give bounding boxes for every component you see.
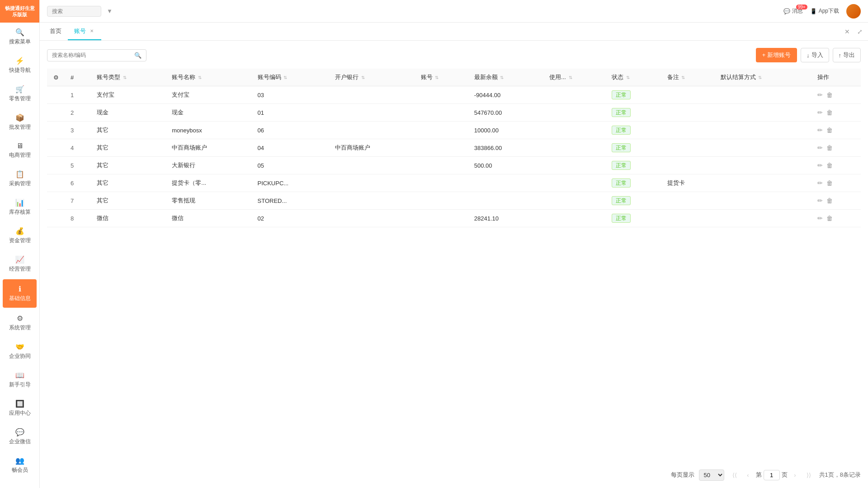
td-bank-0 [330, 86, 415, 104]
sidebar-item-system-mgmt[interactable]: ⚙系统管理 [0, 309, 39, 337]
td-action-0: ✏ 🗑 [812, 86, 861, 104]
delete-btn-7[interactable]: 🗑 [826, 215, 833, 222]
sidebar-label-app-center: 应用中心 [4, 409, 36, 417]
td-action-6: ✏ 🗑 [812, 192, 861, 210]
next-page-btn[interactable]: › [789, 469, 801, 481]
edit-btn-1[interactable]: ✏ [817, 109, 823, 116]
edit-btn-2[interactable]: ✏ [817, 127, 823, 134]
sidebar-label-wholesale-mgmt: 批发管理 [4, 123, 36, 131]
edit-btn-0[interactable]: ✏ [817, 91, 823, 99]
edit-btn-5[interactable]: ✏ [817, 179, 823, 187]
th-remark[interactable]: 备注 ⇅ [662, 69, 715, 86]
app-download-button[interactable]: 📱 App下载 [810, 7, 839, 15]
sidebar-item-search-menu[interactable]: 🔍搜索菜单 [0, 23, 39, 51]
td-name-6: 零售抵现 [166, 192, 252, 210]
per-page-select[interactable]: 50 20 100 [699, 469, 724, 481]
sidebar-item-retail-mgmt[interactable]: 🛒零售管理 [0, 80, 39, 108]
edit-btn-3[interactable]: ✏ [817, 144, 823, 151]
edit-btn-4[interactable]: ✏ [817, 162, 823, 169]
sidebar-item-enterprise-wechat[interactable]: 💬企业微信 [0, 422, 39, 451]
td-acctno-5 [415, 174, 469, 192]
delete-btn-4[interactable]: 🗑 [826, 162, 833, 169]
td-usage-1 [544, 104, 606, 122]
td-action-2: ✏ 🗑 [812, 122, 861, 139]
th-usage[interactable]: 使用... ⇅ [544, 69, 606, 86]
th-status[interactable]: 状态 ⇅ [606, 69, 661, 86]
search-icon[interactable]: 🔍 [134, 52, 142, 59]
sidebar-item-member[interactable]: 👥畅会员 [0, 451, 39, 479]
sidebar-item-inventory-calc[interactable]: 📊库存核算 [0, 193, 39, 221]
td-balance-0: -90444.00 [469, 86, 544, 104]
th-bank[interactable]: 开户银行 ⇅ [330, 69, 415, 86]
td-type-3: 其它 [91, 139, 166, 157]
sidebar-label-system-mgmt: 系统管理 [4, 324, 36, 332]
th-account-name[interactable]: 账号名称 ⇅ [166, 69, 252, 86]
delete-btn-5[interactable]: 🗑 [826, 179, 833, 187]
td-bank-2 [330, 122, 415, 139]
window-controls: ✕ ⤢ [843, 27, 864, 36]
delete-btn-3[interactable]: 🗑 [826, 144, 833, 151]
sidebar-item-new-guide[interactable]: 📖新手引导 [0, 366, 39, 394]
sidebar-icon-purchase-mgmt: 📋 [4, 170, 36, 178]
td-num-0: 1 [65, 86, 91, 104]
delete-btn-6[interactable]: 🗑 [826, 197, 833, 204]
sidebar-item-quick-nav[interactable]: ⚡快捷导航 [0, 51, 39, 80]
topbar: ▼ 💬 消息 99+ 📱 App下载 [40, 0, 868, 23]
sidebar-item-funds-mgmt[interactable]: 💰资金管理 [0, 221, 39, 250]
sidebar-item-wholesale-mgmt[interactable]: 📦批发管理 [0, 108, 39, 136]
user-avatar[interactable] [846, 4, 861, 19]
delete-btn-2[interactable]: 🗑 [826, 127, 833, 134]
search-box: 🔍 [47, 49, 146, 61]
th-default-settlement[interactable]: 默认结算方式 ⇅ [715, 69, 812, 86]
delete-btn-1[interactable]: 🗑 [826, 109, 833, 116]
td-usage-3 [544, 139, 606, 157]
th-setting[interactable]: ⚙ [47, 69, 65, 86]
sidebar-item-purchase-mgmt[interactable]: 📋采购管理 [0, 164, 39, 193]
th-account-code[interactable]: 账号编码 ⇅ [252, 69, 330, 86]
export-button[interactable]: ↑ 导出 [833, 48, 861, 62]
td-num-4: 5 [65, 157, 91, 174]
td-bank-4 [330, 157, 415, 174]
import-button[interactable]: ↓ 导入 [801, 48, 829, 62]
maximize-window-btn[interactable]: ⤢ [855, 27, 864, 36]
app-logo-subtext: 乐版版 [5, 11, 35, 18]
td-setting-3 [47, 139, 65, 157]
td-name-1: 现金 [166, 104, 252, 122]
topbar-right: 💬 消息 99+ 📱 App下载 [783, 4, 861, 19]
table-row: 8 微信 微信 02 28241.10 正常 ✏ 🗑 [47, 210, 861, 227]
th-latest-balance[interactable]: 最新余额 ⇅ [469, 69, 544, 86]
add-account-button[interactable]: + 新增账号 [756, 48, 797, 62]
first-page-btn[interactable]: ⟨⟨ [729, 469, 741, 481]
message-button[interactable]: 💬 消息 99+ [783, 7, 803, 15]
tab-home[interactable]: 首页 [43, 23, 68, 40]
edit-btn-7[interactable]: ✏ [817, 215, 823, 222]
sidebar-label-enterprise-agreement: 企业协同 [4, 352, 36, 360]
last-page-btn[interactable]: ⟩⟩ [803, 469, 815, 481]
app-download-icon: 📱 [810, 8, 817, 14]
td-acctno-2 [415, 122, 469, 139]
edit-btn-6[interactable]: ✏ [817, 197, 823, 204]
th-account-no[interactable]: 账号 ⇅ [415, 69, 469, 86]
page-input[interactable] [764, 470, 780, 480]
td-settlement-1 [715, 104, 812, 122]
th-account-type[interactable]: 账号类型 ⇅ [91, 69, 166, 86]
search-input[interactable] [52, 52, 132, 58]
delete-btn-0[interactable]: 🗑 [826, 91, 833, 99]
td-remark-6 [662, 192, 715, 210]
sidebar-item-app-center[interactable]: 🔲应用中心 [0, 394, 39, 422]
sidebar-item-enterprise-agreement[interactable]: 🤝企业协同 [0, 337, 39, 366]
sidebar-item-ecommerce-mgmt[interactable]: 🖥电商管理 [0, 136, 39, 164]
close-window-btn[interactable]: ✕ [843, 27, 852, 36]
app-logo: 畅捷通好生意 乐版版 [0, 0, 39, 23]
td-balance-3: 383866.00 [469, 139, 544, 157]
td-usage-0 [544, 86, 606, 104]
topbar-dropdown-icon[interactable]: ▼ [107, 8, 113, 14]
sidebar-item-basic-info[interactable]: ℹ基础信息 [3, 279, 37, 308]
topbar-search-input[interactable] [47, 6, 101, 17]
tab-close-account[interactable]: ✕ [89, 28, 95, 34]
tab-account[interactable]: 账号✕ [68, 23, 101, 40]
td-action-5: ✏ 🗑 [812, 174, 861, 192]
prev-page-btn[interactable]: ‹ [742, 469, 754, 481]
sidebar-item-operations-mgmt[interactable]: 📈经营管理 [0, 250, 39, 278]
sidebar-icon-wholesale-mgmt: 📦 [4, 113, 36, 122]
